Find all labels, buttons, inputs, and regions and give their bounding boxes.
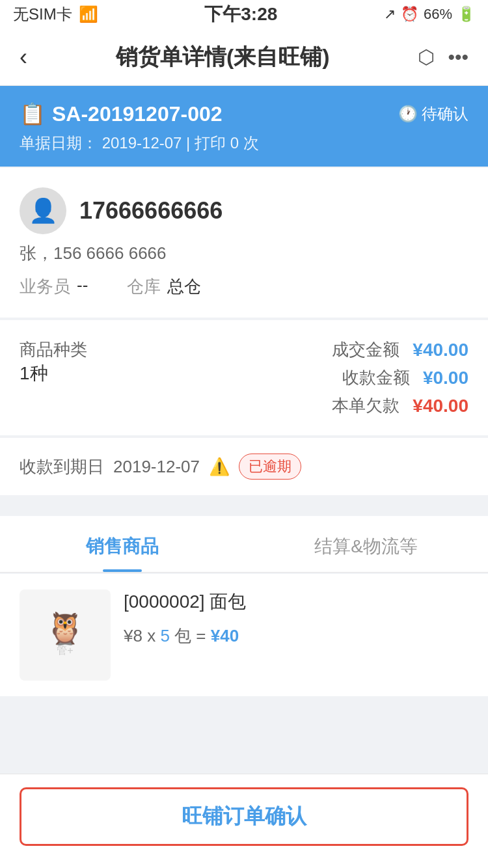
print-label: 打印	[195, 134, 226, 152]
confirm-order-button[interactable]: 旺铺订单确认	[20, 787, 468, 846]
equals-sign: =	[196, 626, 206, 645]
tabs-section: 销售商品 结算&物流等	[0, 516, 488, 573]
divider-1	[0, 318, 488, 319]
product-owl-text: 管+	[46, 644, 85, 658]
due-date-label: 收款到期日	[20, 455, 104, 478]
wifi-icon: 📶	[79, 5, 98, 23]
tab-sales-label: 销售商品	[86, 536, 159, 556]
due-date-value: 2019-12-07	[113, 457, 200, 477]
order-icon: 📋	[20, 102, 46, 126]
sales-label: 业务员	[20, 275, 70, 298]
back-button[interactable]: ‹	[20, 44, 27, 71]
battery-text: 66%	[424, 6, 452, 23]
customer-name: 张，156 6666 6666	[20, 242, 468, 265]
product-item: 🦉 管+ [0000002] 面包 ¥8 x 5 包 = ¥40	[20, 590, 468, 681]
tabs-row: 销售商品 结算&物流等	[0, 516, 488, 572]
order-header: 📋 SA-20191207-002 🕐 待确认 单据日期： 2019-12-07…	[0, 86, 488, 167]
product-type-label: 商品种类	[20, 338, 87, 361]
meta-separator: |	[186, 134, 195, 152]
tab-settlement-logistics[interactable]: 结算&物流等	[244, 516, 488, 572]
product-total: ¥40	[211, 626, 239, 645]
nav-bar: ‹ 销货单详情(来自旺铺) ⬡ •••	[0, 29, 488, 86]
order-id: 📋 SA-20191207-002	[20, 102, 223, 126]
print-suffix: 次	[243, 134, 259, 152]
owed-amount-value: ¥40.00	[413, 396, 468, 416]
product-unit: 包	[174, 626, 191, 645]
overdue-badge: 已逾期	[239, 454, 301, 480]
product-title: 面包	[210, 591, 246, 612]
status-bar: 无SIM卡 📶 下午3:28 ↗ ⏰ 66% 🔋	[0, 0, 488, 29]
avatar: 👤	[20, 187, 66, 234]
sales-rep: 业务员 --	[20, 275, 88, 298]
order-date-label: 单据日期：	[20, 134, 98, 152]
product-type-value: 1种	[20, 361, 87, 386]
tab-settlement-label: 结算&物流等	[314, 536, 418, 556]
order-id-text: SA-20191207-002	[52, 102, 223, 126]
print-count: 0	[230, 134, 239, 152]
product-owl-icon: 🦉	[46, 613, 85, 644]
battery-icon: 🔋	[457, 6, 475, 23]
more-icon[interactable]: •••	[448, 46, 468, 68]
order-status-text: 待确认	[422, 103, 468, 124]
transaction-amount-row: 成交金额 ¥40.00	[332, 338, 468, 361]
location-icon: ↗	[384, 6, 396, 23]
order-meta: 单据日期： 2019-12-07 | 打印 0 次	[20, 133, 468, 154]
nav-actions: ⬡ •••	[418, 46, 468, 68]
product-price: ¥8	[124, 626, 142, 645]
status-bar-left: 无SIM卡 📶	[13, 4, 98, 25]
owed-amount-row: 本单欠款 ¥40.00	[332, 394, 468, 417]
status-bar-time: 下午3:28	[204, 2, 277, 27]
received-amount-value: ¥0.00	[423, 368, 468, 388]
received-amount-row: 收款金额 ¥0.00	[342, 366, 468, 389]
warning-icon: ⚠️	[209, 457, 230, 477]
due-date-section: 收款到期日 2019-12-07 ⚠️ 已逾期	[0, 438, 488, 495]
product-image: 🦉 管+	[20, 590, 111, 681]
customer-phone: 17666666666	[79, 197, 223, 224]
order-header-top: 📋 SA-20191207-002 🕐 待确认	[20, 102, 468, 126]
order-date: 2019-12-07	[102, 134, 182, 152]
warehouse-label: 仓库	[127, 275, 161, 298]
product-code: [0000002]	[124, 591, 205, 612]
clock-icon: 🕐	[398, 105, 418, 123]
bottom-bar: 旺铺订单确认	[0, 774, 488, 868]
sales-value: --	[77, 275, 88, 298]
alarm-icon: ⏰	[401, 6, 418, 23]
status-bar-right: ↗ ⏰ 66% 🔋	[384, 6, 475, 23]
warehouse-value: 总仓	[167, 275, 201, 298]
divider-2	[0, 435, 488, 437]
product-info: [0000002] 面包 ¥8 x 5 包 = ¥40	[124, 590, 468, 647]
customer-section: 👤 17666666666 张，156 6666 6666 业务员 -- 仓库 …	[0, 168, 488, 318]
summary-left: 商品种类 1种	[20, 338, 87, 386]
product-qty: 5	[160, 626, 169, 645]
customer-header: 👤 17666666666	[20, 187, 468, 234]
product-calculation: ¥8 x 5 包 = ¥40	[124, 625, 468, 647]
share-icon[interactable]: ⬡	[418, 46, 435, 68]
carrier-text: 无SIM卡	[13, 4, 72, 25]
summary-right: 成交金额 ¥40.00 收款金额 ¥0.00 本单欠款 ¥40.00	[332, 338, 468, 417]
transaction-amount-label: 成交金额	[332, 338, 400, 361]
tab-sales-products[interactable]: 销售商品	[0, 516, 244, 572]
summary-section: 商品种类 1种 成交金额 ¥40.00 收款金额 ¥0.00 本单欠款 ¥40.…	[0, 320, 488, 435]
warehouse: 仓库 总仓	[127, 275, 201, 298]
transaction-amount-value: ¥40.00	[413, 340, 468, 360]
order-status: 🕐 待确认	[398, 103, 468, 124]
product-name: [0000002] 面包	[124, 590, 468, 614]
page-title: 销货单详情(来自旺铺)	[116, 42, 330, 72]
avatar-icon: 👤	[29, 197, 58, 224]
owed-amount-label: 本单欠款	[332, 394, 400, 417]
tab-underline	[103, 569, 142, 572]
divider-3	[0, 495, 488, 506]
multiply-sign: x	[147, 626, 156, 645]
product-section: 🦉 管+ [0000002] 面包 ¥8 x 5 包 = ¥40	[0, 574, 488, 696]
received-amount-label: 收款金额	[342, 366, 410, 389]
customer-meta: 业务员 -- 仓库 总仓	[20, 275, 468, 298]
